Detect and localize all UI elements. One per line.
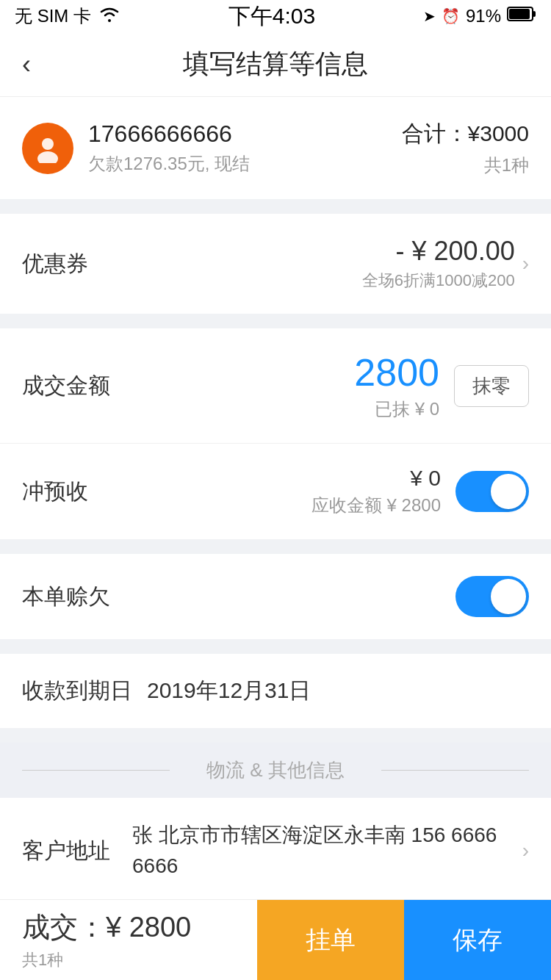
bottom-bar: 成交：¥ 2800 共1种 挂单 保存 <box>0 899 551 980</box>
coupon-right: - ¥ 200.00 全场6折满1000减200 › <box>362 236 529 292</box>
bottom-deal-label: 成交：¥ 2800 <box>22 909 235 946</box>
battery-label: 91% <box>466 6 501 26</box>
svg-rect-2 <box>533 11 536 17</box>
coupon-discount: - ¥ 200.00 <box>362 236 515 267</box>
deal-amount-value-wrapper: 2800 已抹 ¥ 0 <box>354 350 439 421</box>
user-total: 合计：¥3000 共1种 <box>402 119 529 177</box>
debt-label: 本单赊欠 <box>22 582 110 612</box>
address-label: 客户地址 <box>22 836 118 866</box>
due-date-label: 收款到期日 <box>22 676 132 706</box>
bottom-count-label: 共1种 <box>22 949 235 971</box>
prepay-toggle-knob <box>491 474 526 509</box>
address-value: 张 北京市市辖区海淀区永丰南 156 6666 6666 <box>118 820 522 882</box>
user-info-left: 17666666666 欠款1276.35元, 现结 <box>22 120 250 176</box>
location-icon: ➤ <box>423 7 436 25</box>
battery-icon <box>507 6 536 26</box>
total-count-label: 共1种 <box>402 154 529 177</box>
bottom-deal-prefix: 成交： <box>22 912 106 943</box>
divider-line-right <box>381 770 529 771</box>
wifi-icon <box>98 6 120 26</box>
divider-text: 物流 & 其他信息 <box>206 757 345 783</box>
prepay-amount: ¥ 0 <box>311 466 441 491</box>
total-amount-label: 合计：¥3000 <box>402 119 529 149</box>
hang-order-button[interactable]: 挂单 <box>257 900 404 981</box>
back-button[interactable]: ‹ <box>22 49 31 80</box>
svg-point-4 <box>37 151 58 163</box>
prepay-right: ¥ 0 应收金额 ¥ 2800 <box>311 466 529 517</box>
deal-amount-right: 2800 已抹 ¥ 0 抹零 <box>354 350 529 421</box>
bottom-summary: 成交：¥ 2800 共1种 <box>0 909 257 971</box>
status-bar-time: 下午4:03 <box>228 1 315 32</box>
avatar <box>22 123 73 174</box>
user-row: 17666666666 欠款1276.35元, 现结 合计：¥3000 共1种 <box>22 119 529 177</box>
user-details: 17666666666 欠款1276.35元, 现结 <box>88 120 250 176</box>
coupon-discount-wrapper: - ¥ 200.00 全场6折满1000减200 <box>362 236 515 292</box>
coupon-row[interactable]: 优惠券 - ¥ 200.00 全场6折满1000减200 › <box>0 214 551 314</box>
status-bar: 无 SIM 卡 下午4:03 ➤ ⏰ 91% <box>0 0 551 32</box>
prepay-toggle[interactable] <box>455 471 529 512</box>
address-section[interactable]: 客户地址 张 北京市市辖区海淀区永丰南 156 6666 6666 › <box>0 798 551 904</box>
chevron-right-icon: › <box>522 252 529 275</box>
amount-section: 成交金额 2800 已抹 ¥ 0 抹零 冲预收 ¥ 0 应收金额 ¥ 2800 <box>0 328 551 539</box>
prepay-label: 冲预收 <box>22 477 88 507</box>
page-title: 填写结算等信息 <box>183 46 368 82</box>
status-bar-right: ➤ ⏰ 91% <box>423 6 536 26</box>
user-sub-info: 欠款1276.35元, 现结 <box>88 152 250 176</box>
nav-bar: ‹ 填写结算等信息 <box>0 32 551 97</box>
user-phone: 17666666666 <box>88 120 250 148</box>
debt-toggle[interactable] <box>455 576 529 617</box>
due-date-row: 收款到期日 2019年12月31日 <box>22 676 529 706</box>
deal-amount-sub: 已抹 ¥ 0 <box>354 397 439 421</box>
prepay-row: 冲预收 ¥ 0 应收金额 ¥ 2800 <box>0 444 551 539</box>
deal-amount-row: 成交金额 2800 已抹 ¥ 0 抹零 <box>0 328 551 444</box>
debt-section: 本单赊欠 <box>0 554 551 639</box>
debt-toggle-knob <box>491 579 526 614</box>
svg-point-3 <box>42 138 54 150</box>
content: 17666666666 欠款1276.35元, 现结 合计：¥3000 共1种 … <box>0 97 551 980</box>
prepay-desc: 应收金额 ¥ 2800 <box>311 494 441 517</box>
round-zero-button[interactable]: 抹零 <box>454 365 529 407</box>
save-button[interactable]: 保存 <box>404 900 551 981</box>
divider-line-left <box>22 770 170 771</box>
carrier-label: 无 SIM 卡 <box>15 4 91 28</box>
user-card: 17666666666 欠款1276.35元, 现结 合计：¥3000 共1种 <box>0 97 551 199</box>
svg-rect-1 <box>509 9 530 19</box>
address-chevron-icon: › <box>522 839 529 862</box>
deal-amount-label: 成交金额 <box>22 371 110 401</box>
coupon-desc: 全场6折满1000减200 <box>362 270 515 292</box>
debt-row: 本单赊欠 <box>22 576 529 617</box>
divider-section: 物流 & 其他信息 <box>0 743 551 798</box>
due-date-value: 2019年12月31日 <box>147 676 311 706</box>
coupon-label: 优惠券 <box>22 249 88 279</box>
deal-amount-value: 2800 <box>354 350 439 394</box>
alarm-icon: ⏰ <box>442 7 460 25</box>
status-bar-left: 无 SIM 卡 <box>15 4 120 28</box>
bottom-deal-amount: ¥ 2800 <box>106 912 191 943</box>
prepay-value-wrapper: ¥ 0 应收金额 ¥ 2800 <box>311 466 441 517</box>
due-date-section: 收款到期日 2019年12月31日 <box>0 654 551 728</box>
